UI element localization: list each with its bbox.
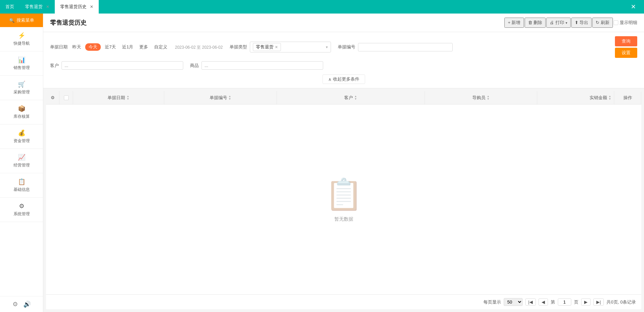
tab-retail-return-history[interactable]: 零售退货历史 ✕ [55,0,99,14]
voucher-type-select[interactable]: 零售退货 ✕ ▾ [250,42,331,52]
main-layout: 🔍 搜索菜单 ⚡ 快捷导航 📊 销售管理 🛒 采购管理 📦 库存核算 💰 资金管… [0,14,644,312]
goods-input[interactable] [201,61,323,70]
query-button[interactable]: 查询 [615,36,637,46]
table-col-amount[interactable]: 实销金额 ▲▼ [537,91,614,105]
table-area: ⚙ 单据日期 ▲▼ 单据编号 ▲▼ 客户 ▲▼ 导购员 [46,91,641,309]
print-button[interactable]: 🖨 打印 ▾ [546,18,571,28]
page-number-input[interactable] [558,298,571,306]
sidebar-item-purchase[interactable]: 🛒 采购管理 [0,76,43,100]
table-settings-cell[interactable]: ⚙ [46,91,59,105]
display-detail-checkbox[interactable] [614,20,618,25]
date-option-more[interactable]: 更多 [137,43,150,51]
tab-close-retail-return-history[interactable]: ✕ [90,4,93,9]
page-label: 第 [551,299,555,305]
select-all-checkbox[interactable] [64,95,69,100]
voucher-number-label: 单据编号 [338,44,355,50]
per-page-select[interactable]: 50 100 200 [504,298,523,306]
pagination: 每页显示 50 100 200 |◀ ◀ 第 页 ▶ ▶| 共0页, 0条记录 [46,294,641,309]
date-option-yesterday[interactable]: 昨天 [70,43,83,51]
prev-page-button[interactable]: ◀ [539,298,548,306]
first-page-button[interactable]: |◀ [525,298,536,306]
sidebar-item-basic-info[interactable]: 📋 基础信息 [0,173,43,198]
page-header: 零售退货历史 + 新增 🗑 删除 🖨 打印 ▾ ⬆ 导出 ↻ 刷新 [43,14,644,32]
voucher-number-input[interactable] [358,43,453,51]
volume-icon[interactable]: 🔊 [23,300,31,308]
voucher-type-filter: 单据类型 零售退货 ✕ ▾ [230,42,331,52]
add-button[interactable]: + 新增 [504,18,524,28]
search-icon: 🔍 [9,18,15,23]
content-area: 零售退货历史 + 新增 🗑 删除 🖨 打印 ▾ ⬆ 导出 ↻ 刷新 [43,14,644,312]
empty-illustration: 📋 [325,177,363,212]
per-page-label: 每页显示 [483,299,501,305]
date-label: 单据日期 [50,44,68,50]
sidebar-item-label: 库存核算 [14,114,30,119]
voucher-type-tag-close[interactable]: ✕ [275,45,278,49]
date-options: 昨天 今天 近7天 近1月 更多 自定义 [70,43,169,51]
goods-label: 商品 [190,63,199,69]
action-buttons: 查询 设置 [615,36,637,58]
table-col-customer[interactable]: 客户 ▲▼ [277,91,425,105]
empty-state: 📋 暂无数据 [46,105,641,294]
table-col-voucher[interactable]: 单据编号 ▲▼ [164,91,277,105]
collapse-up-icon: ∧ [328,77,332,82]
sidebar-item-system[interactable]: ⚙ 系统管理 [0,198,43,222]
settings-bottom-icon[interactable]: ⚙ [13,300,18,308]
sidebar: 🔍 搜索菜单 ⚡ 快捷导航 📊 销售管理 🛒 采购管理 📦 库存核算 💰 资金管… [0,14,43,312]
last-page-button[interactable]: ▶| [593,298,604,306]
filter-area: 单据日期 昨天 今天 近7天 近1月 更多 自定义 2023-06-02 至 2… [43,32,644,88]
table-col-action: 操作 [614,91,641,105]
filter-row-1: 单据日期 昨天 今天 近7天 近1月 更多 自定义 2023-06-02 至 2… [50,36,637,58]
sidebar-item-finance[interactable]: 💰 资金管理 [0,125,43,149]
page-unit: 页 [574,299,578,305]
date-option-today[interactable]: 今天 [85,43,101,51]
setting-button[interactable]: 设置 [615,48,637,58]
table-checkbox-cell [59,91,73,105]
goods-filter: 商品 [190,61,323,70]
system-icon: ⚙ [19,202,24,210]
sidebar-item-sales[interactable]: 📊 销售管理 [0,51,43,76]
quick-nav-icon: ⚡ [18,32,25,39]
top-bar: 首页 零售退货 ✕ 零售退货历史 ✕ ✕ [0,0,644,14]
sidebar-item-label: 系统管理 [14,211,30,217]
collapse-button[interactable]: ∧ 收起更多条件 [323,74,365,84]
operations-icon: 📈 [18,154,25,161]
date-option-1month[interactable]: 近1月 [120,43,135,51]
tab-home[interactable]: 首页 [0,0,20,14]
tab-close-retail-return[interactable]: ✕ [46,4,49,9]
table-col-date[interactable]: 单据日期 ▲▼ [73,91,164,105]
print-dropdown-icon: ▾ [566,21,567,25]
page-title: 零售退货历史 [50,19,87,27]
delete-button[interactable]: 🗑 删除 [525,18,546,28]
sidebar-search[interactable]: 🔍 搜索菜单 [0,14,43,27]
header-actions: + 新增 🗑 删除 🖨 打印 ▾ ⬆ 导出 ↻ 刷新 显示明细 [504,18,637,28]
refresh-button[interactable]: ↻ 刷新 [592,18,613,28]
sidebar-item-inventory[interactable]: 📦 库存核算 [0,100,43,125]
customer-sort-arrows: ▲▼ [354,95,357,101]
display-detail-toggle[interactable]: 显示明细 [614,20,637,26]
sidebar-item-operations[interactable]: 📈 经营管理 [0,149,43,173]
sidebar-item-label: 快捷导航 [14,41,30,46]
table-col-guide[interactable]: 导购员 ▲▼ [425,91,538,105]
basic-info-icon: 📋 [18,178,25,185]
finance-icon: 💰 [18,129,25,137]
filter-row-2: 客户 商品 [50,61,637,70]
tab-retail-return[interactable]: 零售退货 ✕ [20,0,55,14]
date-option-custom[interactable]: 自定义 [152,43,169,51]
voucher-number-filter: 单据编号 [338,43,453,51]
purchase-icon: 🛒 [18,81,25,88]
sidebar-item-quick-nav[interactable]: ⚡ 快捷导航 [0,27,43,51]
customer-input[interactable] [62,61,183,70]
sales-icon: 📊 [18,56,25,64]
date-filter: 单据日期 昨天 今天 近7天 近1月 更多 自定义 2023-06-02 至 2… [50,43,223,51]
export-button[interactable]: ⬆ 导出 [571,18,592,28]
window-close-button[interactable]: ✕ [628,3,639,10]
customer-filter: 客户 [50,61,183,70]
voucher-type-tag: 零售退货 ✕ [253,43,281,51]
table-settings-icon[interactable]: ⚙ [51,95,55,100]
table-header: ⚙ 单据日期 ▲▼ 单据编号 ▲▼ 客户 ▲▼ 导购员 [46,91,641,105]
sidebar-bottom: ⚙ 🔊 [0,296,43,312]
sidebar-item-label: 基础信息 [14,187,30,193]
sidebar-item-label: 经营管理 [14,162,30,168]
next-page-button[interactable]: ▶ [581,298,591,306]
date-option-7days[interactable]: 近7天 [103,43,118,51]
